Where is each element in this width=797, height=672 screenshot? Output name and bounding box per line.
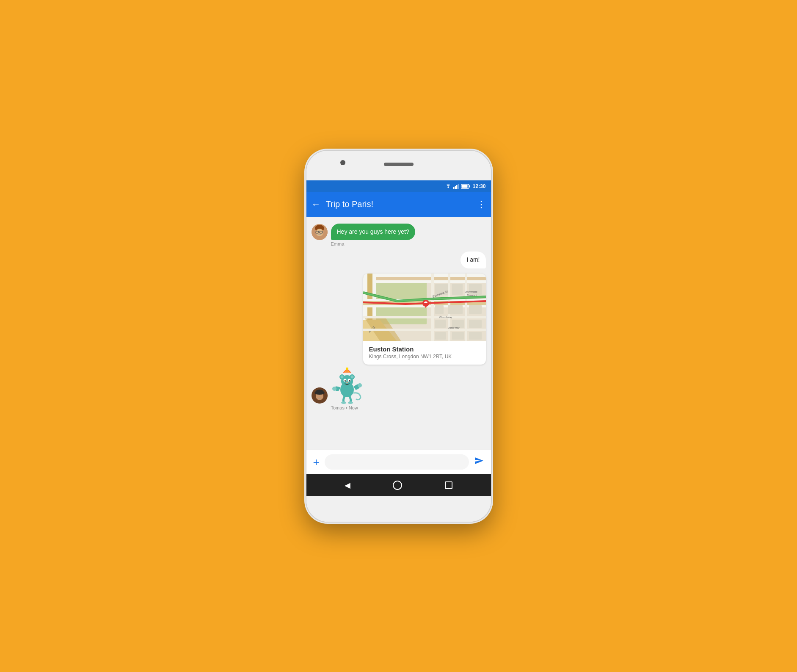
front-camera: [340, 160, 345, 165]
nav-home-button[interactable]: [393, 481, 402, 490]
battery-icon: [461, 184, 470, 189]
svg-rect-31: [469, 284, 482, 295]
tomas-sender-name: Tomas: [331, 405, 345, 410]
emma-sender-label: Emma: [331, 241, 486, 246]
svg-rect-1: [455, 186, 456, 189]
screen-content: 12:30 ← Trip to Paris! ⋮: [306, 180, 491, 496]
svg-point-69: [350, 380, 350, 381]
svg-rect-35: [435, 320, 446, 328]
map-image: A501: [363, 274, 486, 341]
emma-avatar: [312, 224, 328, 240]
nav-recents-button[interactable]: [445, 481, 452, 489]
svg-rect-39: [452, 332, 464, 340]
svg-text:Crescent: Crescent: [467, 294, 477, 296]
svg-rect-16: [363, 277, 486, 280]
svg-point-63: [350, 375, 353, 378]
phone-screen: 12:30 ← Trip to Paris! ⋮: [306, 151, 491, 522]
message-group-emma: Hey are you guys here yet? Emma: [312, 224, 486, 247]
tomas-sticker-row: [312, 370, 486, 404]
svg-point-68: [345, 380, 346, 381]
svg-point-72: [358, 383, 362, 387]
svg-rect-2: [456, 185, 458, 189]
tomas-avatar: [312, 387, 328, 404]
signal-icon: [453, 184, 459, 189]
app-bar: ← Trip to Paris! ⋮: [306, 192, 491, 217]
svg-rect-0: [453, 187, 455, 189]
clock: 12:30: [473, 183, 486, 189]
tomas-dot: •: [346, 405, 347, 410]
svg-rect-28: [363, 329, 486, 331]
map-message-container: A501: [312, 274, 486, 365]
send-message-button[interactable]: [474, 456, 484, 467]
sent-message-bubble: I am!: [461, 252, 485, 268]
back-button[interactable]: ←: [312, 199, 321, 210]
sent-message-row: I am!: [312, 252, 486, 268]
tomas-sender-label-row: Tomas • Now: [331, 405, 486, 410]
android-nav-bar: ◀: [306, 474, 491, 496]
top-bezel: [306, 151, 491, 180]
svg-rect-38: [435, 332, 446, 340]
map-card[interactable]: A501: [363, 274, 486, 365]
received-message-row: Hey are you guys here yet?: [312, 224, 486, 241]
svg-rect-6: [461, 185, 467, 188]
wifi-icon: [445, 184, 452, 189]
svg-rect-34: [469, 305, 482, 314]
svg-point-61: [340, 375, 343, 378]
svg-text:Drummond: Drummond: [465, 290, 477, 293]
more-options-button[interactable]: ⋮: [477, 199, 486, 210]
location-address: Kings Cross, Longdon NW1 2RT, UK: [369, 354, 480, 360]
svg-text:Churchway: Churchway: [439, 316, 452, 318]
svg-point-52: [314, 391, 325, 395]
tomas-timestamp: Now: [349, 405, 358, 410]
svg-rect-37: [469, 320, 482, 328]
map-info: Euston Station Kings Cross, Longdon NW1 …: [363, 341, 486, 365]
svg-marker-76: [475, 457, 483, 464]
earpiece-speaker: [384, 163, 414, 166]
svg-rect-33: [448, 305, 463, 314]
message-input[interactable]: [325, 454, 469, 470]
emma-message-bubble: Hey are you guys here yet?: [331, 224, 415, 241]
svg-rect-40: [469, 332, 482, 340]
svg-rect-27: [363, 316, 486, 318]
svg-point-74: [341, 401, 346, 404]
svg-text:Doric Way: Doric Way: [448, 326, 459, 329]
svg-rect-5: [469, 185, 470, 187]
status-bar: 12:30: [306, 180, 491, 192]
phone-device: 12:30 ← Trip to Paris! ⋮: [306, 150, 492, 523]
location-name: Euston Station: [369, 346, 480, 353]
svg-point-73: [332, 387, 336, 391]
tomas-sticker: [331, 370, 365, 404]
conversation-title: Trip to Paris!: [326, 199, 477, 209]
svg-rect-30: [452, 284, 463, 295]
tomas-message-group: Tomas • Now: [312, 370, 486, 410]
add-content-button[interactable]: +: [313, 456, 320, 469]
chat-area: Hey are you guys here yet? Emma I am!: [306, 217, 491, 450]
bottom-bezel: [306, 496, 491, 522]
svg-point-75: [348, 401, 353, 404]
svg-rect-32: [435, 305, 444, 314]
svg-rect-3: [458, 184, 459, 189]
input-bar: +: [306, 450, 491, 474]
nav-back-button[interactable]: ◀: [345, 481, 350, 490]
status-icons: 12:30: [445, 183, 486, 189]
svg-point-71: [346, 382, 347, 383]
